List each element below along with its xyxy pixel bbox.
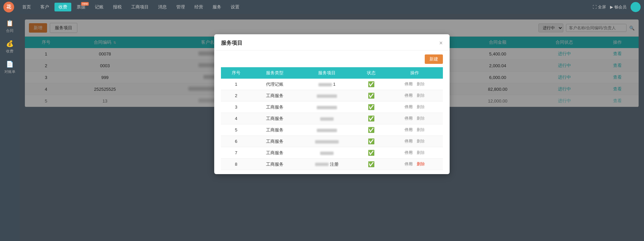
status-active-icon: ✅ bbox=[368, 93, 375, 98]
modal-toolbar: 新建 bbox=[221, 54, 443, 64]
modal-close-button[interactable]: × bbox=[439, 40, 443, 47]
new-service-button[interactable]: 新建 bbox=[425, 54, 443, 64]
nav-charge[interactable]: 收费 bbox=[54, 3, 71, 11]
stop-button-7[interactable]: 停用 bbox=[403, 150, 414, 156]
main-layout: 📋 合同 💰 收费 📄 对账单 新增 服务项目 进行中 已完成 已终止 bbox=[0, 14, 644, 241]
modal-body: 新建 序号 服务类型 服务项目 状态 操作 bbox=[214, 50, 450, 174]
stop-button-1[interactable]: 停用 bbox=[403, 81, 414, 87]
stop-button-2[interactable]: 停用 bbox=[403, 93, 414, 98]
modal-table-row: 5 工商服务 ✅ 停用 删除 bbox=[221, 124, 443, 136]
modal-table-row: 1 代理记账 1 ✅ 停用 删除 bbox=[221, 79, 443, 90]
main-content-area: 新增 服务项目 进行中 已完成 已终止 全部 🔍 序号 bbox=[20, 14, 644, 241]
nav-service[interactable]: 服务 bbox=[209, 3, 225, 11]
sidebar-label-contract: 合同 bbox=[6, 28, 13, 33]
nav-business[interactable]: 工商项目 bbox=[127, 3, 153, 11]
modal-overlay: 服务项目 × 新建 序号 服务类型 服务项目 bbox=[20, 14, 644, 241]
new-badge: new bbox=[81, 2, 89, 6]
modal-col-seq: 序号 bbox=[221, 67, 252, 79]
nav-settings[interactable]: 设置 bbox=[227, 3, 243, 11]
delete-button-4[interactable]: 删除 bbox=[415, 116, 426, 121]
sidebar-item-reconciliation[interactable]: 📄 对账单 bbox=[1, 58, 18, 77]
nav-home[interactable]: 首页 bbox=[18, 3, 35, 11]
status-active-icon: ✅ bbox=[368, 127, 375, 133]
nav-bookkeeping[interactable]: 记账 bbox=[91, 3, 108, 11]
charge-icon: 💰 bbox=[6, 40, 13, 47]
modal-table-row: 7 工商服务 ✅ 停用 删除 bbox=[221, 147, 443, 159]
status-active-icon: ✅ bbox=[368, 161, 375, 167]
stop-button-8[interactable]: 停用 bbox=[403, 161, 414, 167]
nav-right-area: ⛶ 全屏 ▶ 畅会员 bbox=[593, 2, 641, 12]
delete-button-3[interactable]: 删除 bbox=[415, 104, 426, 110]
nav-invoice[interactable]: 票据 new bbox=[73, 3, 89, 11]
left-sidebar: 📋 合同 💰 收费 📄 对账单 bbox=[0, 14, 20, 241]
service-items-table: 序号 服务类型 服务项目 状态 操作 1 代理记账 bbox=[221, 67, 443, 170]
modal-table-row: 6 工商服务 ✅ 停用 删除 bbox=[221, 136, 443, 147]
modal-col-status: 状态 bbox=[356, 67, 386, 79]
stop-button-3[interactable]: 停用 bbox=[403, 104, 414, 110]
member-button[interactable]: ▶ 畅会员 bbox=[610, 4, 627, 10]
modal-table-row: 2 工商服务 ✅ 停用 删除 bbox=[221, 90, 443, 102]
sidebar-label-reconciliation: 对账单 bbox=[4, 69, 15, 74]
status-active-icon: ✅ bbox=[368, 104, 375, 110]
delete-button-8[interactable]: 删除 bbox=[415, 161, 426, 167]
stop-button-6[interactable]: 停用 bbox=[403, 138, 414, 144]
app-logo: 花 bbox=[3, 2, 14, 12]
top-navigation: 花 首页 客户 收费 票据 new 记账 报税 工商项目 消息 管理 经营 服务… bbox=[0, 0, 644, 14]
stop-button-4[interactable]: 停用 bbox=[403, 116, 414, 121]
modal-col-action: 操作 bbox=[386, 67, 443, 79]
delete-button-1[interactable]: 删除 bbox=[415, 81, 426, 87]
status-active-icon: ✅ bbox=[368, 116, 375, 121]
service-items-modal: 服务项目 × 新建 序号 服务类型 服务项目 bbox=[214, 34, 450, 174]
sidebar-item-charge[interactable]: 💰 收费 bbox=[1, 37, 18, 56]
modal-header-row: 序号 服务类型 服务项目 状态 操作 bbox=[221, 67, 443, 79]
nav-message[interactable]: 消息 bbox=[154, 3, 171, 11]
user-avatar[interactable] bbox=[631, 2, 641, 12]
video-icon: ▶ bbox=[610, 5, 613, 9]
delete-button-5[interactable]: 删除 bbox=[415, 127, 426, 133]
modal-table-row: 3 工商服务 ✅ 停用 删除 bbox=[221, 102, 443, 113]
stop-button-5[interactable]: 停用 bbox=[403, 127, 414, 133]
fullscreen-button[interactable]: ⛶ 全屏 bbox=[593, 4, 606, 10]
contract-icon: 📋 bbox=[6, 19, 13, 27]
modal-table-container[interactable]: 序号 服务类型 服务项目 状态 操作 1 代理记账 bbox=[221, 67, 443, 170]
modal-col-type: 服务类型 bbox=[252, 67, 298, 79]
nav-operation[interactable]: 经营 bbox=[190, 3, 207, 11]
sidebar-item-contract[interactable]: 📋 合同 bbox=[1, 17, 18, 36]
nav-customer[interactable]: 客户 bbox=[36, 3, 53, 11]
modal-table-row: 8 工商服务 注册 ✅ 停用 删除 bbox=[221, 159, 443, 170]
reconciliation-icon: 📄 bbox=[6, 61, 13, 68]
sidebar-label-charge: 收费 bbox=[6, 49, 13, 54]
status-active-icon: ✅ bbox=[368, 81, 375, 87]
nav-manage[interactable]: 管理 bbox=[172, 3, 189, 11]
nav-tax[interactable]: 报税 bbox=[109, 3, 126, 11]
fullscreen-icon: ⛶ bbox=[593, 5, 597, 9]
modal-table-row: 4 工商服务 ✅ 停用 删除 bbox=[221, 113, 443, 124]
status-active-icon: ✅ bbox=[368, 150, 375, 156]
modal-title: 服务项目 bbox=[221, 40, 242, 47]
modal-col-item: 服务项目 bbox=[298, 67, 356, 79]
delete-button-7[interactable]: 删除 bbox=[415, 150, 426, 156]
modal-header: 服务项目 × bbox=[214, 34, 450, 50]
delete-button-2[interactable]: 删除 bbox=[415, 93, 426, 98]
status-active-icon: ✅ bbox=[368, 138, 375, 144]
delete-button-6[interactable]: 删除 bbox=[415, 138, 426, 144]
